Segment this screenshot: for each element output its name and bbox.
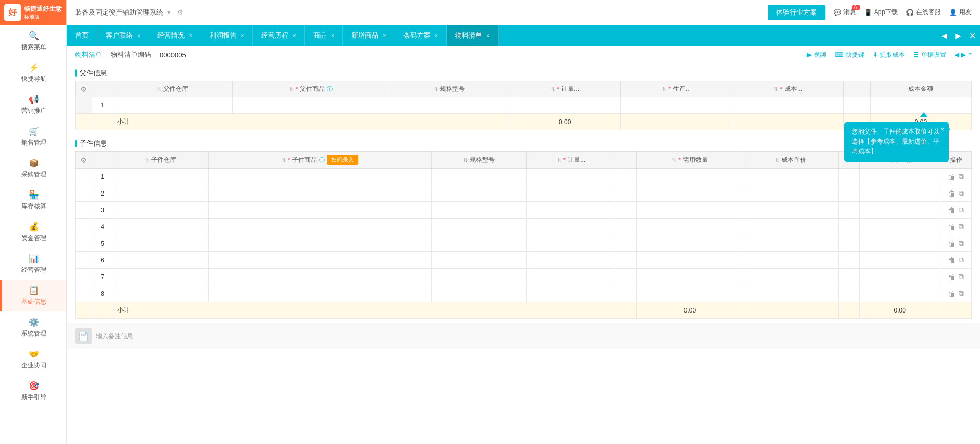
child-row-goods[interactable] [209, 252, 432, 269]
sidebar-item-guide[interactable]: 🎯 新手引导 [0, 375, 66, 407]
delete-icon[interactable]: 🗑 [948, 239, 956, 248]
sidebar-item-operations[interactable]: 📊 经营管理 [0, 248, 66, 280]
child-row-goods[interactable] [209, 202, 432, 219]
tab-barcode[interactable]: 条码方案 × [395, 25, 447, 46]
child-row-qty-unit[interactable] [527, 219, 616, 235]
child-unit-cost-sort[interactable]: ⇅ [775, 157, 779, 163]
copy-icon[interactable]: ⧉ [959, 239, 964, 248]
delete-icon[interactable]: 🗑 [948, 256, 956, 265]
online-service-button[interactable]: 🎧 在线客服 [906, 8, 941, 17]
child-th-settings[interactable]: ⚙ [76, 152, 92, 169]
parent-row-warehouse[interactable] [113, 97, 233, 114]
child-row-spec[interactable] [432, 202, 527, 219]
tab-business-close[interactable]: × [189, 32, 192, 39]
child-row-unit-cost[interactable] [743, 185, 838, 202]
next-record[interactable]: ▶ [961, 51, 966, 58]
dropdown-arrow[interactable]: ▾ [167, 8, 171, 16]
list-view[interactable]: ≡ [968, 51, 972, 58]
child-row-needed-qty[interactable] [637, 169, 743, 185]
copy-icon[interactable]: ⧉ [959, 289, 964, 298]
scan-button[interactable]: 扫码录入 [327, 155, 358, 165]
child-row-spec[interactable] [432, 269, 527, 285]
tab-goods-close[interactable]: × [331, 32, 334, 39]
copy-icon[interactable]: ⧉ [959, 189, 964, 198]
child-row-warehouse[interactable] [113, 235, 209, 252]
child-row-needed-qty[interactable] [637, 252, 743, 269]
sidebar-item-basic-info[interactable]: 📋 基础信息 [0, 280, 66, 311]
child-row-qty-unit[interactable] [527, 269, 616, 285]
sidebar-item-search[interactable]: 🔍 搜索菜单 [0, 25, 66, 57]
tab-home[interactable]: 首页 [67, 25, 97, 46]
child-row-spec[interactable] [432, 185, 527, 202]
child-row-spec[interactable] [432, 235, 527, 252]
child-row-needed-qty[interactable] [637, 185, 743, 202]
parent-th-settings[interactable]: ⚙ [76, 81, 92, 97]
child-row-spec[interactable] [432, 252, 527, 269]
qty-sort[interactable]: ⇅ [550, 86, 555, 92]
copy-icon[interactable]: ⧉ [959, 172, 964, 181]
child-row-unit-cost[interactable] [743, 269, 838, 285]
close-all-tabs[interactable]: ✕ [965, 31, 980, 41]
child-needed-sort[interactable]: ⇅ [672, 157, 676, 163]
sidebar-item-finance[interactable]: 💰 资金管理 [0, 216, 66, 248]
tab-prev[interactable]: ◀ [938, 32, 951, 40]
child-row-warehouse[interactable] [113, 169, 209, 185]
user-button[interactable]: 👤 用友 [949, 8, 972, 17]
delete-icon[interactable]: 🗑 [948, 206, 956, 214]
delete-icon[interactable]: 🗑 [948, 173, 956, 181]
child-row-qty-unit[interactable] [527, 252, 616, 269]
settings-icon[interactable]: ⚙ [177, 8, 183, 16]
settings-gear-icon[interactable]: ⚙ [80, 85, 87, 93]
child-row-unit-cost[interactable] [743, 202, 838, 219]
child-row-qty-unit[interactable] [527, 169, 616, 185]
cost-sort[interactable]: ⇅ [774, 86, 778, 92]
child-settings-gear-icon[interactable]: ⚙ [80, 156, 87, 164]
tab-business[interactable]: 经营情况 × [149, 25, 201, 46]
child-row-spec[interactable] [432, 219, 527, 235]
parent-row-spec[interactable] [389, 97, 509, 114]
child-row-unit-cost[interactable] [743, 219, 838, 235]
child-row-qty-unit[interactable] [527, 202, 616, 219]
child-row-warehouse[interactable] [113, 269, 209, 285]
sidebar-item-quick-nav[interactable]: ⚡ 快捷导航 [0, 57, 66, 89]
tab-history[interactable]: 经营历程 × [253, 25, 304, 46]
child-row-unit-cost[interactable] [743, 169, 838, 185]
child-row-warehouse[interactable] [113, 202, 209, 219]
spec-sort[interactable]: ⇅ [434, 86, 438, 92]
copy-icon[interactable]: ⧉ [959, 206, 964, 214]
parent-row-goods[interactable] [232, 97, 389, 114]
prev-record[interactable]: ◀ [954, 51, 959, 58]
delete-icon[interactable]: 🗑 [948, 290, 956, 298]
child-spec-sort[interactable]: ⇅ [463, 157, 468, 163]
delete-icon[interactable]: 🗑 [948, 223, 956, 231]
child-row-warehouse[interactable] [113, 252, 209, 269]
tab-profit-close[interactable]: × [241, 32, 244, 39]
app-download-button[interactable]: 📱 App下载 [864, 8, 898, 17]
tab-barcode-close[interactable]: × [435, 32, 438, 39]
child-row-spec[interactable] [432, 169, 527, 185]
child-row-goods[interactable] [209, 219, 432, 235]
child-row-goods[interactable] [209, 269, 432, 285]
tab-next[interactable]: ▶ [951, 32, 965, 40]
delete-icon[interactable]: 🗑 [948, 189, 956, 198]
copy-icon[interactable]: ⧉ [959, 222, 964, 231]
child-row-unit-cost[interactable] [743, 235, 838, 252]
toolbar-single-settings[interactable]: ☰ 单据设置 [913, 51, 946, 59]
child-row-goods[interactable] [209, 185, 432, 202]
child-row-needed-qty[interactable] [637, 269, 743, 285]
sidebar-item-system[interactable]: ⚙️ 系统管理 [0, 311, 66, 343]
tab-customer-close[interactable]: × [137, 32, 140, 39]
tab-new-goods[interactable]: 新增商品 × [343, 25, 395, 46]
child-row-goods[interactable] [209, 285, 432, 302]
child-row-goods[interactable] [209, 235, 432, 252]
breadcrumb-parent[interactable]: 物料清单 [75, 50, 102, 59]
sidebar-item-inventory[interactable]: 🏪 库存核算 [0, 184, 66, 216]
child-row-warehouse[interactable] [113, 219, 209, 235]
message-button[interactable]: 💬 6 消息 [834, 8, 856, 17]
child-row-qty-unit[interactable] [527, 235, 616, 252]
tab-new-goods-close[interactable]: × [383, 32, 386, 39]
sidebar-item-enterprise[interactable]: 🤝 企业协同 [0, 343, 66, 375]
child-goods-sort[interactable]: ⇅ [281, 157, 286, 163]
sidebar-item-purchase[interactable]: 📦 采购管理 [0, 152, 66, 184]
tab-goods[interactable]: 商品 × [305, 25, 343, 46]
